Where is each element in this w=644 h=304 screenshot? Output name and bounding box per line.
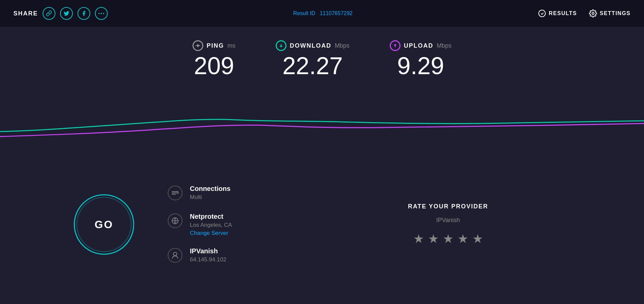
upload-icon (390, 40, 400, 51)
connections-item: Connections Multi (168, 185, 232, 202)
svg-point-3 (539, 10, 545, 17)
provider-icon (168, 248, 182, 263)
netprotect-content: Netprotect Los Angeles, CA Change Server (190, 213, 232, 237)
rate-title: RATE YOUR PROVIDER (408, 203, 488, 210)
ping-icon (193, 40, 203, 51)
link-icon[interactable] (43, 7, 55, 20)
ping-value: 209 (193, 54, 235, 78)
provider-content: IPVanish 64.145.94.102 (190, 247, 226, 264)
ping-label-text: PING (207, 42, 224, 49)
download-value: 22.27 (276, 54, 350, 78)
twitter-icon[interactable] (60, 7, 73, 20)
more-icon[interactable] (95, 7, 108, 20)
settings-button[interactable]: SETTINGS (589, 9, 631, 17)
connections-content: Connections Multi (190, 185, 230, 202)
share-section: SHARE (13, 7, 108, 20)
result-id-value: 11107657292 (320, 10, 353, 16)
results-label: RESULTS (549, 10, 577, 16)
star-2[interactable]: ★ (428, 232, 439, 246)
upload-unit: Mbps (437, 42, 451, 49)
provider-name: IPVanish (190, 247, 226, 255)
provider-ip: 64.145.94.102 (190, 256, 226, 263)
bottom-section: GO Connections Multi (0, 145, 644, 304)
facebook-icon[interactable] (77, 7, 90, 20)
svg-point-1 (101, 13, 102, 14)
rate-provider: IPVanish (436, 217, 460, 224)
star-5[interactable]: ★ (472, 232, 483, 246)
netprotect-icon (168, 213, 182, 228)
header-right: RESULTS SETTINGS (538, 9, 631, 17)
settings-label: SETTINGS (600, 10, 631, 16)
main-content: PING ms 209 DOWNLOAD Mbps 22.27 (0, 27, 644, 304)
netprotect-item: Netprotect Los Angeles, CA Change Server (168, 213, 232, 237)
svg-point-4 (592, 12, 594, 14)
share-label: SHARE (13, 10, 38, 17)
download-label: DOWNLOAD Mbps (276, 40, 350, 51)
netprotect-location: Los Angeles, CA (190, 222, 232, 229)
star-1[interactable]: ★ (413, 232, 424, 246)
header: SHARE Result ID 1110 (0, 0, 644, 27)
star-4[interactable]: ★ (458, 232, 468, 246)
speed-chart (0, 85, 644, 145)
ping-label: PING ms (193, 40, 235, 51)
results-button[interactable]: RESULTS (538, 9, 577, 17)
info-section: Connections Multi Netprotect Los Angeles… (168, 158, 232, 291)
star-rating: ★ ★ ★ ★ ★ (413, 232, 483, 246)
upload-stat: UPLOAD Mbps 9.29 (390, 40, 451, 78)
svg-point-2 (103, 13, 104, 14)
ping-unit: ms (227, 42, 235, 49)
provider-item: IPVanish 64.145.94.102 (168, 247, 232, 264)
upload-label-text: UPLOAD (404, 42, 433, 49)
rate-section: RATE YOUR PROVIDER IPVanish ★ ★ ★ ★ ★ (252, 158, 617, 291)
download-icon (276, 40, 286, 51)
connections-title: Connections (190, 185, 230, 193)
svg-point-0 (98, 13, 100, 14)
stats-row: PING ms 209 DOWNLOAD Mbps 22.27 (0, 27, 644, 85)
go-button[interactable]: GO (74, 194, 134, 255)
connections-value: Multi (190, 194, 230, 201)
go-button-area: GO (74, 158, 134, 291)
connections-icon (168, 186, 182, 200)
go-button-label: GO (95, 218, 113, 231)
star-3[interactable]: ★ (443, 232, 453, 246)
ping-stat: PING ms 209 (193, 40, 235, 78)
upload-label: UPLOAD Mbps (390, 40, 451, 51)
download-label-text: DOWNLOAD (290, 42, 331, 49)
result-id-label: Result ID (293, 10, 315, 16)
change-server-link[interactable]: Change Server (190, 230, 228, 236)
upload-value: 9.29 (390, 54, 451, 78)
result-id-section: Result ID 11107657292 (108, 10, 538, 16)
download-stat: DOWNLOAD Mbps 22.27 (276, 40, 350, 78)
netprotect-title: Netprotect (190, 213, 232, 220)
download-unit: Mbps (335, 42, 350, 49)
